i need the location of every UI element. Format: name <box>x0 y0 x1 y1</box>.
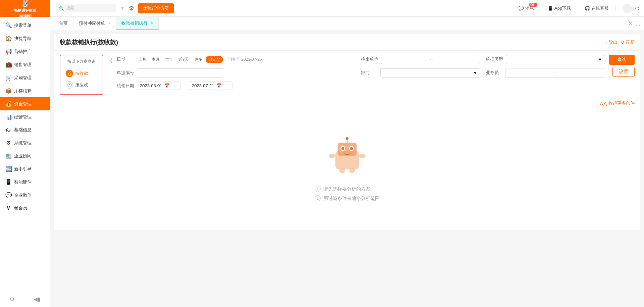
gear-icon[interactable]: ⚙ <box>129 5 134 12</box>
guide-icon: 🆕 <box>5 166 11 172</box>
sidebar-item-search[interactable]: 🔍 搜索菜单 <box>0 19 50 32</box>
counterparty-input[interactable]: ··· <box>381 55 480 64</box>
message-button[interactable]: 💬 消息 99+ <box>519 5 534 11</box>
svg-rect-9 <box>359 154 366 158</box>
sidebar-item-label: 企业协同 <box>14 153 32 159</box>
sidebar-item-label: 库存核算 <box>14 88 32 94</box>
logo-icon: 🐰 <box>20 0 30 7</box>
sidebar-item-finance[interactable]: 💰 资金管理 <box>0 97 50 110</box>
date-btn-last-month[interactable]: 上月 <box>136 56 148 63</box>
sidebar-item-inventory[interactable]: 📦 库存核算 <box>0 84 50 97</box>
verify-date-start-input[interactable]: 2023-03-01 📅 <box>137 82 180 90</box>
avatar <box>623 4 632 13</box>
filter-row-2: 单据编号 部门 ▼ 业务员 ··· <box>117 68 605 78</box>
query-sidebar-title: 按以下方案查询 <box>63 59 100 64</box>
sidebar-item-label: 快捷导航 <box>14 36 32 42</box>
export-button[interactable]: ↑ 导出 <box>605 39 618 45</box>
export-icon: ↑ <box>605 40 608 45</box>
sidebar-item-quicknav[interactable]: 🏠 快捷导航 <box>0 32 50 45</box>
sidebar-item-basic[interactable]: 🗂 基础信息 <box>0 123 50 136</box>
empty-tips: 1 请先选择要分析的方案 2 用过滤条件来缩小分析范围 <box>315 184 380 203</box>
filter-panel: 按以下方案查询 💰 按收款 🕐 按应收 《 日期 <box>54 51 640 99</box>
sidebar-item-label: 基础信息 <box>14 127 32 133</box>
enterprise-icon: 🏢 <box>5 153 11 159</box>
query-option-by-receipt[interactable]: 💰 按收款 <box>63 68 100 79</box>
user-avatar-area[interactable]: Rit <box>623 4 639 13</box>
tab-prepay-close[interactable]: × <box>108 21 110 25</box>
svg-rect-10 <box>339 168 345 173</box>
collapse-toggle[interactable]: 《 <box>107 55 113 95</box>
filter-right-actions: 查询 设置 <box>609 55 635 95</box>
business-input[interactable]: ··· <box>505 68 605 78</box>
svg-rect-11 <box>350 168 355 173</box>
collapse-more-button[interactable]: ⋀⋀ 收起更多条件 <box>600 100 635 106</box>
tab-verify-close[interactable]: × <box>151 21 153 25</box>
empty-state: 1 请先选择要分析的方案 2 用过滤条件来缩小分析范围 <box>54 109 640 230</box>
expand-tab-icon[interactable]: ⛶ <box>635 20 641 27</box>
query-sidebar: 按以下方案查询 💰 按收款 🕐 按应收 <box>60 55 103 95</box>
solution-button[interactable]: 休验行业方案 <box>138 3 174 13</box>
date-label: 日期 <box>117 56 133 62</box>
tab-prepay[interactable]: 预付冲应付单 × <box>73 17 116 30</box>
sidebar-item-enterprise[interactable]: 🏢 企业协同 <box>0 149 50 162</box>
verify-date-end-input[interactable]: 2023-07-21 📅 <box>189 82 232 90</box>
close-tab-icon[interactable]: ✕ <box>628 20 633 27</box>
topbar-right: 💬 消息 99+ 📱 App下载 🎧 在线客服 Rit <box>519 4 639 13</box>
sidebar-item-wechat[interactable]: 💬 企业微信 <box>0 189 50 202</box>
app-logo: 🐰 畅捷通好生意 标准版 <box>0 0 50 17</box>
settings-bottom-icon[interactable]: ⚙ <box>8 294 16 304</box>
filter-order-type: 单据类型 ▼ <box>486 55 605 64</box>
sidebar-item-system[interactable]: ⚙ 系统管理 <box>0 136 50 149</box>
sidebar-item-sales[interactable]: 💼 销售管理 <box>0 58 50 71</box>
sidebar-item-label: 智能硬件 <box>14 179 32 185</box>
query-option-by-receivable[interactable]: 🕐 按应收 <box>63 79 100 91</box>
online-service-button[interactable]: 🎧 在线客服 <box>585 5 609 11</box>
date-no-limit: 不限 至 2023-07-26 <box>227 57 262 62</box>
svg-point-7 <box>346 137 348 140</box>
sidebar-item-marketing[interactable]: 📢 营销推广 <box>0 45 50 58</box>
app-download-button[interactable]: 📱 App下载 <box>548 5 571 11</box>
sidebar-item-purchase[interactable]: 🛒 采购管理 <box>0 71 50 84</box>
date-range-dash: — <box>182 83 187 88</box>
collapse-more-row: ⋀⋀ 收起更多条件 <box>54 99 640 109</box>
filter-order-no: 单据编号 <box>117 68 356 78</box>
date-btn-this-year[interactable]: 本年 <box>163 56 175 63</box>
date-btn-this-month[interactable]: 本月 <box>150 56 162 63</box>
date-btn-more[interactable]: 更多 <box>192 56 204 63</box>
filter-date: 日期 上月 本月 本年 近7天 更多 自定义 不限 至 2023-07-26 <box>117 56 356 63</box>
sidebar-item-label: 资金管理 <box>14 101 32 107</box>
query-button[interactable]: 查询 <box>609 55 635 65</box>
refresh-button[interactable]: ↺ 刷新 <box>621 39 635 45</box>
main-area: 🔍 搜索 ▼ ⚙ 休验行业方案 💬 消息 99+ 📱 App下载 🎧 在线客服 <box>50 0 644 307</box>
sidebar-item-member[interactable]: V 畅会员 <box>0 202 50 214</box>
tab-home[interactable]: 首页 <box>54 17 73 30</box>
topbar-search-box[interactable]: 🔍 搜索 <box>56 4 116 12</box>
department-select[interactable]: ▼ <box>380 68 480 78</box>
business-label: 业务员 <box>486 70 502 76</box>
counterparty-label: 往来单位 <box>361 56 378 62</box>
tabbar: 首页 预付冲应付单 × 收款核销执行 × ✕ ⛶ <box>50 17 644 30</box>
sidebar-item-guide[interactable]: 🆕 新手引导 <box>0 162 50 175</box>
tab-verify[interactable]: 收款核销执行 × <box>116 17 159 30</box>
tip-item-1: 1 请先选择要分析的方案 <box>315 184 380 194</box>
verify-date-start-value: 2023-03-01 <box>140 83 162 88</box>
setting-button[interactable]: 设置 <box>612 67 635 77</box>
sidebar-item-label: 系统管理 <box>14 140 32 146</box>
order-type-label: 单据类型 <box>486 56 503 62</box>
order-no-input[interactable] <box>137 68 224 78</box>
verify-date-range: 2023-03-01 📅 — 2023-07-21 📅 <box>137 82 232 90</box>
user-name: Rit <box>633 6 639 11</box>
date-btn-7days[interactable]: 近7天 <box>176 56 191 63</box>
empty-illustration <box>327 136 367 176</box>
date-btn-custom[interactable]: 自定义 <box>206 56 223 63</box>
sidebar-item-hardware[interactable]: 📱 智能硬件 <box>0 175 50 189</box>
app-download-icon: 📱 <box>548 6 553 11</box>
query-option1-label: 按收款 <box>75 70 88 76</box>
sidebar-item-operation[interactable]: 📊 经营管理 <box>0 110 50 123</box>
basic-icon: 🗂 <box>5 127 11 133</box>
search-placeholder: 搜索 <box>66 5 74 11</box>
collapse-sidebar-icon[interactable]: ◀▮ <box>32 294 43 304</box>
tab-prepay-label: 预付冲应付单 <box>79 20 105 27</box>
order-type-select[interactable]: ▼ <box>506 55 605 64</box>
app-name: 畅捷通好生意 <box>14 8 36 13</box>
